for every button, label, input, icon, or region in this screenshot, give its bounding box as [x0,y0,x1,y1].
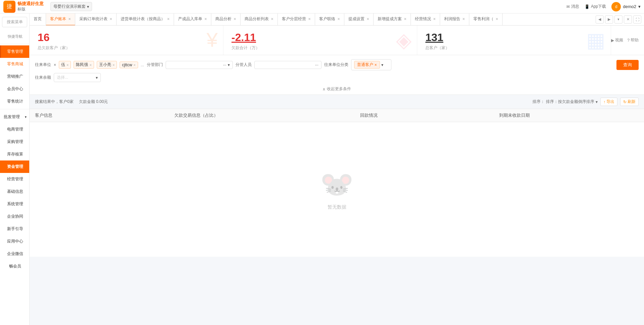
filter-label-dept: 分管部门 [147,62,163,68]
mobile-icon: 📱 [585,4,590,9]
refresh-icon: ↻ [623,100,627,104]
tab-scroll-left[interactable]: ◀ [596,15,604,24]
avatar: d [611,2,621,11]
sidebar-item-inventory[interactable]: 库存核算 [0,148,29,160]
search-menu-button[interactable]: 搜索菜单 [2,17,27,27]
message-button[interactable]: ✉ 消息 [566,4,579,9]
tab-commission-setting[interactable]: 提成设置 ✕ [344,13,374,26]
app-download-button[interactable]: 📱 App下载 [585,4,606,9]
tab-customer-contact[interactable]: 客户联络 ✕ [315,13,344,26]
sidebar-item-basic-info[interactable]: 基础信息 [0,185,29,198]
tab-close-icon[interactable]: ✕ [204,17,207,21]
tab-close-icon[interactable]: ✕ [462,17,465,21]
tab-close-icon[interactable]: ✕ [110,17,112,21]
more-tags-button[interactable]: ... [141,63,144,67]
tab-customer-layer[interactable]: 客户分层经营 ✕ [278,13,315,26]
sidebar-item-quick-nav[interactable]: 快捷导航 [0,31,29,42]
tab-purchase-order[interactable]: 采购订单统计表 ✕ [75,13,117,26]
sidebar-item-retail-mall[interactable]: 零售商城 [0,58,29,70]
store-selector[interactable]: 母婴行业演示账套 ▾ [50,2,92,11]
filter-row-2: 往来余额 选择... ▾ [35,73,639,82]
stat-label-debt: 欠款合计（万） [231,45,260,51]
remove-tag-chen[interactable]: × [89,63,91,67]
results-amount: 欠款金额 0.00元 [79,99,108,105]
tab-menu[interactable]: ▾ [614,15,622,24]
stat-label-customers: 总欠款客户（家） [38,45,70,51]
sidebar-item-operations[interactable]: 经营管理 [0,173,29,185]
help-button[interactable]: ? 帮助 [627,37,639,43]
tab-operations[interactable]: 经营情况 ✕ [411,13,440,26]
tab-finished-goods[interactable]: 产成品入库单 ✕ [174,13,211,26]
tab-close-icon[interactable]: ✕ [233,17,236,21]
tab-close-all[interactable]: ✕ [624,15,632,24]
sidebar-item-marketing[interactable]: 营销推广 [0,70,29,83]
remove-tag-cjttcw[interactable]: × [133,63,135,67]
tab-close-icon[interactable]: ✕ [404,17,406,21]
sidebar-item-member-center[interactable]: 会员中心 [0,83,29,95]
question-icon: ? [627,38,630,43]
tab-close-icon[interactable]: ✕ [367,17,369,21]
results-bar: 搜索结果中，客户0家 欠款金额 0.00元 排序： 排序：按欠款金额倒序排序 ▾… [30,95,644,109]
main-content: ¥ 16 总欠款客户（家） ◈ -2.11 欠款合计（万） [30,26,644,325]
play-icon: ▶ [611,38,614,43]
tab-customer-ledger[interactable]: 客户账本 ✕ [46,13,75,26]
filter-dept-select[interactable]: ··· ▾ [166,61,233,69]
tab-controls: ◀ ▶ ▾ ✕ ⛶ [596,15,644,24]
sidebar-item-retail-stats[interactable]: 零售统计 [0,95,29,108]
table-header: 客户信息 欠款交易信息（占比） 回款情况 到期未收款日期 [30,109,644,122]
collapse-button[interactable]: ∧ 收起更多条件 [323,86,351,92]
tab-close-icon[interactable]: ✕ [308,17,311,21]
tab-close-icon[interactable]: ✕ [433,17,436,21]
chevron-down-icon: ▾ [87,4,89,9]
refresh-button[interactable]: ↻ 刷新 [620,98,639,106]
filter-remainder-select[interactable]: 选择... ▾ [54,73,101,82]
filter-label-category: 往来单位分类 [324,62,348,68]
tab-retail-profit[interactable]: 零售利润（ ✕ [469,13,503,26]
stat-card-debt: ◈ -2.11 欠款合计（万） [223,26,417,55]
sort-select[interactable]: 排序： 排序：按欠款金额倒序排序 ▾ [532,99,598,105]
user-area[interactable]: d demo2 ▾ [611,2,641,11]
tab-scroll-right[interactable]: ▶ [605,15,613,24]
stat-bg-icon-total: ▦ [586,28,605,52]
sidebar-item-enterprise[interactable]: 企业协同 [0,210,29,223]
video-help-button[interactable]: ▶ 视频 [611,37,623,43]
remove-tag-wu[interactable]: × [67,63,69,67]
sidebar-item-purchase[interactable]: 采购管理 [0,136,29,148]
tab-close-icon[interactable]: ✕ [337,17,340,21]
query-button[interactable]: 查询 [616,60,639,70]
sidebar-search-area: 搜索菜单 [0,13,29,31]
filter-row-1: 往来单位 × 伍 × 陈民强 × 王小亮 × [35,59,639,70]
tab-close-icon[interactable]: ✕ [68,17,71,21]
tab-product-analysis-list[interactable]: 商品分析列表 ✕ [241,13,278,26]
sidebar-item-finance[interactable]: 资金管理 [0,160,29,173]
sidebar-item-appstore[interactable]: 应用中心 [0,235,29,248]
export-button[interactable]: ↑ 导出 [600,98,617,106]
message-icon: ✉ [566,4,570,9]
sidebar-item-guide[interactable]: 新手引导 [0,223,29,235]
tab-close-icon[interactable]: ✕ [167,17,170,21]
tab-close-icon[interactable]: ✕ [271,17,273,21]
tab-product-analysis[interactable]: 商品分析 ✕ [211,13,241,26]
tab-home[interactable]: 首页 [30,13,46,26]
sidebar-item-retail-mgmt[interactable]: 零售管理 [0,45,29,58]
ellipsis-icon: ··· [223,63,226,67]
sidebar-item-ecommerce[interactable]: 电商管理 [0,123,29,136]
sidebar-item-membership[interactable]: 畅会员 [0,260,29,273]
filter-category-select[interactable]: 普通客户 × ▾ [351,59,391,70]
sidebar-item-wholesale[interactable]: 批发管理 ▾ [0,111,29,123]
sidebar-item-wechat[interactable]: 企业微信 [0,248,29,260]
collapse-row: ∧ 收起更多条件 [35,85,639,95]
results-summary: 搜索结果中，客户0家 [35,99,74,105]
tab-purchase-stats[interactable]: 进货单统计表（按商品） ✕ [117,13,174,26]
stat-value-debt: -2.11 [231,31,260,44]
filter-person-select[interactable]: ··· [254,61,321,69]
remove-tag-wang[interactable]: × [113,63,115,67]
th-repayment: 回款情况 [360,112,500,118]
tab-profit-report[interactable]: 利润报告 ✕ [440,13,469,26]
chevron-down-icon: ▾ [596,100,598,104]
tab-add-commission[interactable]: 新增提成方案 ✕ [374,13,411,26]
tab-maximize[interactable]: ⛶ [633,15,641,24]
sidebar-item-system[interactable]: 系统管理 [0,198,29,210]
remove-category-icon[interactable]: × [375,63,377,67]
tab-close-icon[interactable]: ✕ [496,17,498,21]
